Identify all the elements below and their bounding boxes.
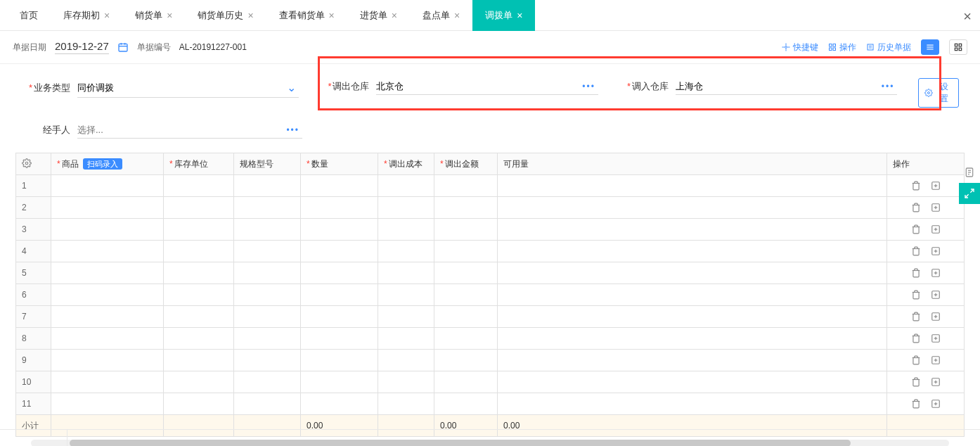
more-icon[interactable]: •••	[882, 82, 898, 91]
items-table: *商品扫码录入 *库存单位 规格型号 *数量 *调出成本 *调出金额 可用量 操…	[15, 153, 965, 437]
close-icon[interactable]: ×	[454, 10, 460, 21]
date-value[interactable]: 2019-12-27	[55, 40, 109, 54]
tab-sales-order[interactable]: 销货单×	[122, 0, 185, 31]
expand-icon[interactable]	[959, 183, 980, 204]
scan-badge[interactable]: 扫码录入	[83, 158, 122, 170]
docno-label: 单据编号	[137, 42, 171, 53]
handler-field: 经手人 •••	[21, 122, 302, 139]
col-out-cost: *调出成本	[378, 153, 434, 175]
delete-icon[interactable]	[911, 181, 921, 191]
add-icon[interactable]	[931, 312, 941, 321]
handler-select[interactable]: •••	[77, 122, 302, 139]
table-row[interactable]: 6	[16, 284, 965, 306]
tab-home[interactable]: 首页	[7, 0, 51, 31]
add-icon[interactable]	[931, 377, 941, 387]
add-icon[interactable]	[931, 333, 941, 343]
svg-point-4	[785, 46, 787, 49]
docno-value: AL-20191227-001	[179, 42, 247, 52]
settings-button[interactable]: 设置	[918, 78, 959, 108]
table-row[interactable]: 11	[16, 393, 965, 415]
col-spec: 规格型号	[234, 153, 301, 175]
history-button[interactable]: 历史单据	[866, 42, 911, 53]
add-icon[interactable]	[931, 246, 941, 256]
delete-icon[interactable]	[911, 268, 921, 278]
table-row[interactable]: 10	[16, 371, 965, 393]
close-icon[interactable]: ×	[167, 10, 172, 21]
add-icon[interactable]	[931, 203, 941, 212]
svg-rect-18	[959, 48, 962, 51]
out-warehouse-select[interactable]: •••	[376, 78, 598, 95]
in-warehouse-select[interactable]: •••	[676, 78, 897, 95]
delete-icon[interactable]	[911, 399, 921, 409]
svg-rect-7	[830, 48, 832, 51]
svg-rect-16	[959, 44, 962, 46]
col-unit: *库存单位	[164, 153, 234, 175]
tab-stocktake[interactable]: 盘点单×	[410, 0, 472, 31]
add-icon[interactable]	[931, 181, 941, 191]
col-operations: 操作	[887, 153, 965, 175]
close-icon[interactable]: ×	[963, 8, 972, 25]
tab-sales-history[interactable]: 销货单历史×	[185, 0, 266, 31]
delete-icon[interactable]	[911, 377, 921, 387]
out-warehouse-field: *调出仓库 •••	[320, 78, 598, 95]
operate-button[interactable]: 操作	[828, 42, 856, 53]
biz-type-field: *业务类型 ⌄	[21, 78, 299, 98]
table-row[interactable]: 1	[16, 175, 965, 197]
add-icon[interactable]	[931, 224, 941, 234]
more-icon[interactable]: •••	[286, 125, 302, 135]
chevron-down-icon[interactable]: ⌄	[287, 81, 299, 94]
table-row[interactable]: 9	[16, 350, 965, 371]
svg-rect-17	[955, 48, 958, 51]
col-out-amount: *调出金额	[434, 153, 498, 175]
close-icon[interactable]: ×	[104, 10, 110, 21]
delete-icon[interactable]	[911, 290, 921, 300]
svg-line-58	[970, 189, 974, 193]
table-row[interactable]: 8	[16, 328, 965, 350]
tab-inventory-initial[interactable]: 库存期初×	[51, 0, 122, 31]
tab-view-sales[interactable]: 查看销货单×	[266, 0, 347, 31]
notes-icon[interactable]	[959, 162, 980, 183]
table-row[interactable]: 7	[16, 306, 965, 328]
delete-icon[interactable]	[911, 312, 921, 321]
delete-icon[interactable]	[911, 224, 921, 234]
more-icon[interactable]: •••	[582, 82, 598, 91]
svg-rect-5	[830, 44, 832, 47]
navigation-tabs: 首页 库存期初× 销货单× 销货单历史× 查看销货单× 进货单× 盘点单× 调拨…	[0, 0, 980, 31]
side-toolbar	[959, 162, 980, 204]
in-warehouse-field: *调入仓库 •••	[619, 78, 897, 95]
svg-rect-8	[833, 48, 836, 51]
close-icon[interactable]: ×	[517, 10, 522, 21]
form-section: *业务类型 ⌄ *调出仓库 ••• *调入仓库 ••• 设置	[0, 64, 980, 146]
close-icon[interactable]: ×	[329, 10, 335, 21]
delete-icon[interactable]	[911, 355, 921, 365]
gear-column-header[interactable]	[16, 153, 51, 175]
delete-icon[interactable]	[911, 203, 921, 212]
calendar-icon[interactable]	[117, 42, 129, 53]
table-row[interactable]: 4	[16, 241, 965, 262]
tab-purchase[interactable]: 进货单×	[347, 0, 410, 31]
view-list-button[interactable]	[921, 39, 939, 55]
close-icon[interactable]: ×	[392, 10, 397, 21]
col-qty: *数量	[301, 153, 378, 175]
col-available: 可用量	[498, 153, 887, 175]
delete-icon[interactable]	[911, 333, 921, 343]
table-row[interactable]: 5	[16, 262, 965, 284]
date-label: 单据日期	[13, 42, 46, 53]
add-icon[interactable]	[931, 290, 941, 300]
add-icon[interactable]	[931, 268, 941, 278]
add-icon[interactable]	[931, 355, 941, 365]
table-row[interactable]: 2	[16, 197, 965, 219]
table-section: *商品扫码录入 *库存单位 规格型号 *数量 *调出成本 *调出金额 可用量 操…	[0, 146, 980, 446]
view-grid-button[interactable]	[949, 39, 967, 55]
close-icon[interactable]: ×	[247, 10, 253, 21]
document-header: 单据日期 2019-12-27 单据编号 AL-20191227-001 快捷键…	[0, 31, 980, 64]
tab-transfer[interactable]: 调拨单×	[472, 0, 535, 31]
add-icon[interactable]	[931, 399, 941, 409]
biz-type-select[interactable]: ⌄	[77, 78, 299, 98]
svg-rect-9	[868, 44, 873, 50]
table-row[interactable]: 3	[16, 219, 965, 241]
shortcut-button[interactable]: 快捷键	[782, 42, 818, 53]
svg-point-20	[25, 162, 28, 165]
svg-rect-15	[955, 44, 958, 46]
delete-icon[interactable]	[911, 246, 921, 256]
